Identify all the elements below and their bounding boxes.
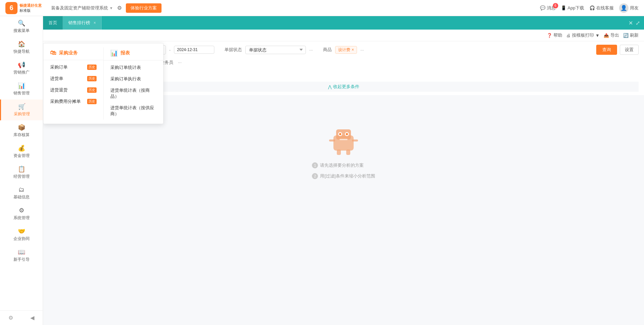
dropdown-report-order-exec[interactable]: 采购订单执行表	[104, 73, 164, 85]
system-dropdown-arrow[interactable]: ▼	[109, 6, 113, 10]
sidebar-item-guide[interactable]: 📖 新手引导	[0, 245, 43, 266]
settings-button[interactable]: 设置	[620, 45, 639, 55]
tab-sales-rank-label: 销售排行榜	[68, 20, 90, 26]
report-col: 📊 报表 采购订单统计表 采购订单执行表 进货单统计表（按商品）	[104, 43, 164, 124]
dropdown-purchase-return[interactable]: 进货退货 历史	[43, 84, 103, 96]
sidebar-item-marketing[interactable]: 📢 营销推广	[0, 58, 43, 79]
voucher-dots[interactable]: ···	[309, 47, 313, 52]
export-button[interactable]: 📤 导出	[604, 32, 619, 38]
top-bar-right: 💬 消息 6 📱 App下载 🎧 在线客服 👤 用友	[540, 3, 639, 13]
system-icon: ⚙	[19, 207, 24, 214]
sidebar-item-system[interactable]: ⚙ 系统管理	[0, 203, 43, 224]
print-button[interactable]: 🖨 按模板打印 ▼	[566, 32, 600, 38]
dropdown-report-instock-goods-label: 进货单统计表（按商品）	[110, 87, 157, 99]
dropdown-purchase-order[interactable]: 采购订单 历史	[43, 62, 103, 73]
sidebar-item-enterprise-label: 企业协同	[13, 236, 30, 242]
dropdown-report-instock-supplier-label: 进货单统计表（按供应商）	[110, 105, 157, 117]
goods-tag-close[interactable]: ×	[352, 47, 354, 52]
top-bar: 6 畅捷通好生意 标准版 装备及固定资产辅助管理系统 ▼ ⚙ 体验行业方案 💬 …	[0, 0, 644, 16]
capital-icon: 💰	[18, 145, 25, 152]
purchase-icon: 🛒	[18, 103, 26, 110]
user-button[interactable]: 👤 用友	[619, 3, 639, 13]
sidebar-item-capital[interactable]: 💰 资金管理	[0, 141, 43, 162]
empty-step2: 2 用[过滤]条件来缩小分析范围	[312, 172, 375, 180]
main-content: ❓ 帮助 🖨 按模板打印 ▼ 📤 导出 🔄 刷新	[43, 30, 644, 325]
online-service-button[interactable]: 🎧 在线客服	[589, 5, 614, 11]
sales-icon: 📊	[18, 82, 25, 89]
step1-num: 1	[312, 162, 318, 168]
refresh-label: 刷新	[630, 32, 639, 38]
help-label: 帮助	[553, 32, 562, 38]
home-icon: 🏠	[18, 40, 25, 48]
sidebar-item-enterprise[interactable]: 🤝 企业协同	[0, 224, 43, 245]
sidebar-collapse-btn[interactable]: ◀	[30, 315, 34, 321]
sidebar-item-sales[interactable]: 📊 销售管理	[0, 79, 43, 99]
logo-text: 畅捷通好生意 标准版	[20, 3, 42, 13]
export-icon: 📤	[604, 33, 609, 38]
content-area: 首页 销售排行榜 × ✕ ⤢ ❓ 帮助	[43, 16, 644, 325]
tab-sales-rank[interactable]: 销售排行榜 ×	[63, 16, 102, 30]
sidebar: 🔍 搜索菜单 🏠 快捷导航 📢 营销推广 📊 销售管理 🛒 采购管理 📦	[0, 16, 43, 325]
trial-button[interactable]: 体验行业方案	[126, 3, 162, 13]
refresh-icon: 🔄	[623, 33, 629, 38]
sidebar-item-basic-label: 基础信息	[13, 194, 30, 200]
search-icon: 🔍	[18, 19, 25, 27]
tab-close-icon[interactable]: ×	[94, 21, 96, 25]
print-icon: 🖨	[566, 33, 571, 38]
messages-button[interactable]: 💬 消息 6	[540, 5, 556, 11]
sidebar-item-marketing-label: 营销推广	[13, 70, 30, 75]
refresh-button[interactable]: 🔄 刷新	[623, 32, 639, 38]
dropdown-report-order-stat[interactable]: 采购订单统计表	[104, 62, 164, 73]
sidebar-item-purchase-label: 采购管理	[14, 111, 30, 117]
sidebar-item-quick-nav-label: 快捷导航	[13, 49, 30, 54]
tab-close-all-icon[interactable]: ✕	[629, 20, 633, 26]
messages-badge: 6	[553, 3, 558, 8]
collapse-button[interactable]: ⋀ 收起更多条件	[328, 84, 359, 90]
sidebar-item-inventory[interactable]: 📦 库存核算	[0, 120, 43, 141]
report-col-title: 报表	[120, 50, 130, 56]
goods-tag-value: 设计费	[338, 47, 350, 53]
collapse-label: 收起更多条件	[333, 84, 359, 90]
sidebar-settings-btn[interactable]: ⚙	[8, 315, 13, 321]
tab-bar: 首页 销售排行榜 × ✕ ⤢	[43, 16, 644, 30]
svg-point-4	[339, 133, 341, 135]
user-label: 用友	[630, 5, 639, 11]
dropdown-purchase-order-badge: 历史	[87, 65, 97, 70]
voucher-status-select[interactable]: 单据状态	[245, 46, 306, 54]
sidebar-item-purchase[interactable]: 🛒 采购管理	[0, 99, 43, 120]
report-col-header: 📊 报表	[104, 47, 164, 60]
dropdown-purchase-fee-badge: 历史	[87, 99, 97, 104]
query-button[interactable]: 查询	[596, 45, 617, 55]
mobile-icon: 📱	[561, 5, 566, 10]
tab-home-label: 首页	[48, 20, 57, 26]
dropdown-purchase-instock[interactable]: 进货单 历史	[43, 73, 103, 84]
dropdown-report-instock-supplier[interactable]: 进货单统计表（按供应商）	[104, 102, 164, 120]
salesperson-dots[interactable]: ···	[178, 60, 182, 65]
goods-dots[interactable]: ···	[360, 47, 364, 52]
help-button[interactable]: ❓ 帮助	[547, 32, 562, 38]
step2-num: 2	[312, 173, 318, 179]
dropdown-purchase-instock-badge: 历史	[87, 76, 97, 81]
logo-area: 6 畅捷通好生意 标准版	[5, 2, 48, 14]
tab-home[interactable]: 首页	[43, 16, 63, 30]
dropdown-purchase-fee[interactable]: 采购费用分摊单 历史	[43, 96, 103, 107]
purchase-dropdown-menu: 🛍 采购业务 采购订单 历史 进货单 历史 进货退货	[43, 43, 164, 124]
print-dropdown-icon[interactable]: ▼	[595, 33, 600, 38]
sidebar-item-basic[interactable]: 🗂 基础信息	[0, 183, 43, 203]
goods-tag: 设计费 ×	[335, 46, 357, 54]
sidebar-item-guide-label: 新手引导	[13, 257, 30, 262]
dropdown-report-instock-goods[interactable]: 进货单统计表（按商品）	[104, 85, 164, 102]
sidebar-item-quick-nav[interactable]: 🏠 快捷导航	[0, 37, 43, 58]
settings-icon[interactable]: ⚙	[117, 5, 122, 11]
tab-maximize-icon[interactable]: ⤢	[636, 20, 640, 26]
dropdown-purchase-fee-label: 采购费用分摊单	[50, 98, 81, 105]
date-separator: -	[169, 47, 171, 52]
sidebar-item-search[interactable]: 🔍 搜索菜单	[0, 16, 43, 37]
dropdown-purchase-return-badge: 历史	[87, 87, 97, 93]
app-download-button[interactable]: 📱 App下载	[561, 5, 584, 11]
system-name-area: 装备及固定资产辅助管理系统 ▼ ⚙ 体验行业方案	[51, 3, 540, 13]
date-end-input[interactable]	[174, 46, 214, 54]
sidebar-item-operations[interactable]: 📋 经营管理	[0, 162, 43, 183]
sidebar-item-sales-label: 销售管理	[13, 90, 30, 96]
tab-bar-right: ✕ ⤢	[629, 20, 644, 26]
